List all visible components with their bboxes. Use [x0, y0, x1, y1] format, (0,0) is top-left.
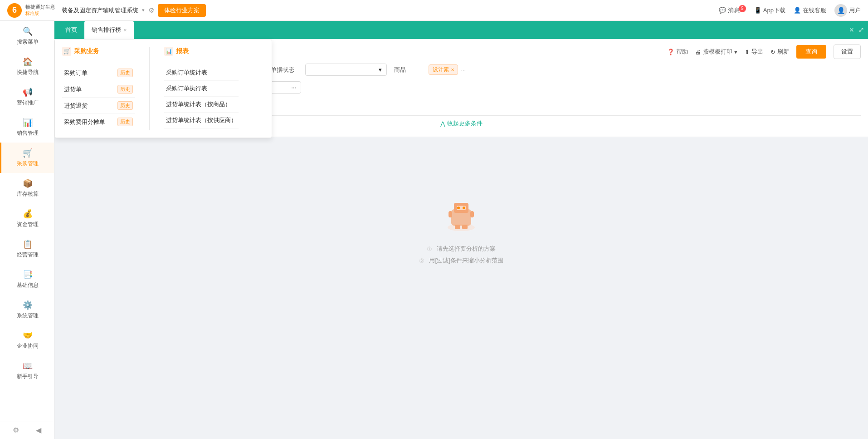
finance-icon: 💰 [23, 209, 33, 219]
sidebar-label-finance: 资金管理 [17, 221, 39, 228]
menu-divider [149, 47, 150, 130]
svg-rect-8 [455, 225, 460, 229]
settings-icon[interactable]: ⚙ [148, 6, 154, 15]
system-dropdown-arrow[interactable]: ▾ [142, 7, 145, 13]
main-content: 首页 销售排行榜 × × ⤢ 🛒 采购业务 采 [54, 21, 868, 439]
empty-state: ① 请先选择要分析的方案 ② 用[过滤]条件来缩小分析范围 [54, 137, 868, 319]
refresh-icon: ↻ [770, 49, 775, 55]
export-action[interactable]: ⬆ 导出 [745, 48, 763, 56]
menu-item-receipt-stats-goods[interactable]: 进货单统计表（按商品） [164, 97, 239, 113]
user-label: 用户 [849, 6, 861, 15]
topbar-right: 💬 消息 9 📱 App下载 👤 在线客服 👤 用户 [719, 4, 861, 17]
menu-item-purchase-order[interactable]: 采购订单 历史 [62, 65, 135, 81]
sidebar-item-purchase[interactable]: 🛒 采购管理 [0, 143, 54, 173]
tab-expand-icon[interactable]: ⤢ [858, 26, 864, 34]
sidebar-item-finance[interactable]: 💰 资金管理 [0, 203, 54, 234]
sidebar-item-marketing[interactable]: 📢 营销推广 [0, 82, 54, 112]
topbar-center: 装备及固定资产辅助管理系统 ▾ ⚙ 体验行业方案 [62, 4, 719, 17]
refresh-action[interactable]: ↻ 刷新 [770, 48, 789, 56]
message-badge: 9 [739, 5, 746, 12]
sidebar-item-system[interactable]: ⚙️ 系统管理 [0, 295, 54, 325]
menu-item-goods-receipt[interactable]: 进货单 历史 [62, 81, 135, 98]
sales-rank-tab-label: 销售排行榜 [92, 26, 121, 34]
app-download-action[interactable]: 📱 App下载 [754, 6, 785, 15]
svg-rect-9 [462, 225, 468, 229]
sidebar-item-quicknav[interactable]: 🏠 快捷导航 [0, 51, 54, 82]
set-button[interactable]: 设置 [834, 44, 861, 59]
industry-button[interactable]: 体验行业方案 [158, 4, 206, 17]
search-icon: 🔍 [23, 26, 33, 36]
service-label: 在线客服 [803, 6, 826, 15]
logo-name: 畅捷通好生意 [25, 4, 55, 10]
marketing-icon: 📢 [23, 87, 33, 97]
home-tab-label: 首页 [65, 26, 77, 34]
user-action[interactable]: 👤 用户 [834, 4, 861, 17]
svg-rect-7 [470, 211, 474, 217]
voucher-status-select[interactable]: ▾ [305, 64, 387, 76]
tab-sales-rank[interactable]: 销售排行榜 × [84, 21, 134, 39]
sidebar-label-quicknav: 快捷导航 [17, 69, 39, 76]
sidebar-settings-icon[interactable]: ⚙ [13, 426, 19, 434]
tabbar: 首页 销售排行榜 × × ⤢ 🛒 采购业务 采 [54, 21, 868, 39]
sidebar-collapse-icon[interactable]: ◀ [36, 426, 41, 434]
sidebar-item-sales[interactable]: 📊 销售管理 [0, 112, 54, 143]
sidebar-label-marketing: 营销推广 [17, 99, 39, 107]
tab-close-icon[interactable]: × [124, 27, 127, 33]
sidebar-item-search[interactable]: 🔍 搜索菜单 [0, 21, 54, 51]
tab-close-window-icon[interactable]: × [849, 25, 854, 35]
purchase-section-title: 🛒 采购业务 [62, 47, 135, 59]
tabbar-right: × ⤢ [849, 25, 864, 35]
topbar: 6 畅捷通好生意 标准版 装备及固定资产辅助管理系统 ▾ ⚙ 体验行业方案 💬 … [0, 0, 868, 21]
sidebar-label-enterprise: 企业协同 [17, 342, 39, 350]
menu-item-purchase-expense[interactable]: 采购费用分摊单 历史 [62, 114, 135, 130]
export-label: 导出 [751, 48, 763, 56]
tab-home[interactable]: 首页 [58, 21, 84, 39]
sidebar-item-operations[interactable]: 📋 经营管理 [0, 234, 54, 264]
enterprise-icon: 🤝 [23, 330, 33, 340]
sidebar-item-enterprise[interactable]: 🤝 企业协同 [0, 325, 54, 355]
logo-area: 6 畅捷通好生意 标准版 [7, 3, 62, 18]
messages-action[interactable]: 💬 消息 9 [719, 6, 746, 15]
voucher-status-dropdown: ▾ [379, 66, 382, 73]
help-action[interactable]: ❓ 帮助 [667, 48, 688, 56]
goods-tag: 设计素 × [429, 64, 458, 75]
goods-more-icon[interactable]: ··· [461, 66, 466, 73]
empty-tip-2: ② 用[过滤]条件来缩小分析范围 [419, 256, 503, 265]
menu-item-po-stats[interactable]: 采购订单统计表 [164, 65, 239, 81]
refresh-label: 刷新 [777, 48, 789, 56]
sidebar: 🔍 搜索菜单 🏠 快捷导航 📢 营销推广 📊 销售管理 🛒 采购管理 📦 库存核… [0, 21, 54, 439]
basic-icon: 📑 [23, 270, 33, 280]
empty-illustration [439, 191, 484, 237]
menu-section-purchase: 🛒 采购业务 采购订单 历史 进货单 历史 进货退货 历史 [62, 47, 135, 130]
report-section-title: 📊 报表 [164, 47, 239, 59]
sidebar-item-inventory[interactable]: 📦 库存核算 [0, 173, 54, 203]
help-label: 帮助 [676, 48, 688, 56]
salesman-more-icon[interactable]: ··· [291, 84, 296, 91]
print-dropdown-icon[interactable]: ▾ [734, 49, 737, 55]
sidebar-label-sales: 销售管理 [17, 129, 39, 137]
sidebar-label-system: 系统管理 [17, 312, 39, 320]
query-button[interactable]: 查询 [796, 45, 826, 59]
menu-item-goods-return[interactable]: 进货退货 历史 [62, 98, 135, 114]
purchase-section-label: 采购业务 [74, 47, 99, 55]
svg-rect-6 [449, 211, 452, 217]
sidebar-item-basic[interactable]: 📑 基础信息 [0, 264, 54, 295]
voucher-status-label: 单据状态 [271, 66, 298, 74]
message-label: 消息 [728, 6, 740, 15]
goods-tag-close[interactable]: × [451, 67, 454, 73]
empty-tip-1: ① 请先选择要分析的方案 [427, 245, 496, 253]
report-section-label: 报表 [176, 47, 189, 55]
sidebar-bottom: ⚙ ◀ [0, 421, 54, 439]
sidebar-label-guide: 新手引导 [17, 373, 39, 380]
operations-icon: 📋 [23, 239, 33, 249]
print-action[interactable]: 🖨 按模板打印 ▾ [695, 48, 737, 56]
menu-item-receipt-stats-supplier[interactable]: 进货单统计表（按供应商） [164, 113, 239, 128]
layout: 🔍 搜索菜单 🏠 快捷导航 📢 营销推广 📊 销售管理 🛒 采购管理 📦 库存核… [0, 0, 868, 439]
sidebar-label-basic: 基础信息 [17, 281, 39, 289]
service-icon: 👤 [794, 7, 801, 14]
sidebar-item-guide[interactable]: 📖 新手引导 [0, 355, 54, 386]
report-section-icon: 📊 [164, 47, 173, 56]
help-icon: ❓ [667, 49, 674, 55]
menu-item-po-exec[interactable]: 采购订单执行表 [164, 81, 239, 97]
online-service-action[interactable]: 👤 在线客服 [794, 6, 826, 15]
